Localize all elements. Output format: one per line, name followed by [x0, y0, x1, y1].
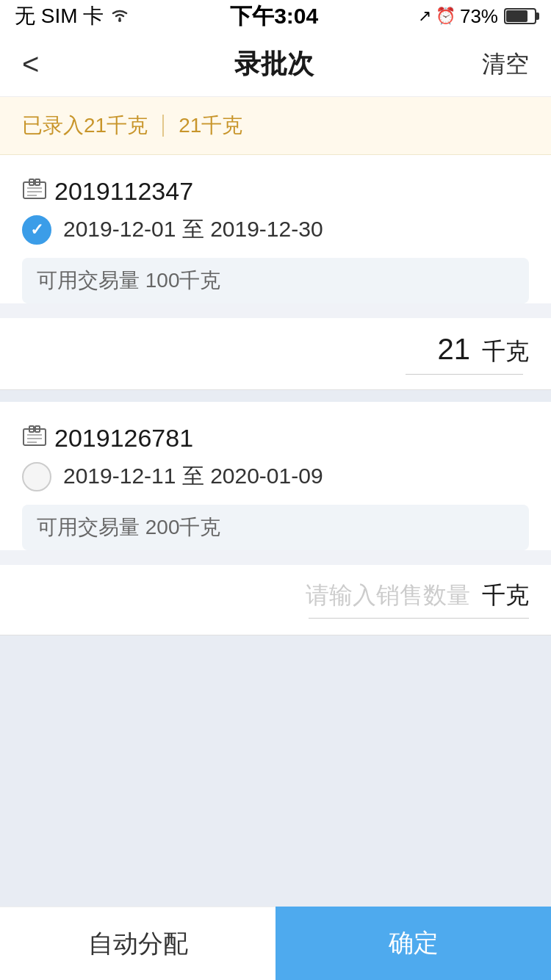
batch1-available: 可用交易量 100千克	[22, 258, 529, 303]
status-time: 下午3:04	[230, 1, 318, 32]
wifi-icon	[109, 4, 130, 28]
page-title: 录批次	[234, 46, 314, 82]
alarm-icon: ⏰	[436, 7, 455, 26]
batch1-radio[interactable]	[22, 215, 51, 245]
batch2-input-row[interactable]: 请输入销售数量 千克	[0, 565, 551, 635]
clear-button[interactable]: 清空	[482, 48, 529, 81]
status-bar: 无 SIM 卡 下午3:04 ↗ ⏰ 73%	[0, 0, 551, 32]
summary-divider	[162, 115, 164, 137]
batch2-underline	[309, 618, 529, 619]
batch1-underline	[406, 374, 523, 375]
batch2-input-placeholder: 请输入销售数量	[306, 580, 470, 612]
batch-card-1: 2019112347 2019-12-01 至 2019-12-30 可用交易量…	[0, 155, 551, 303]
batch1-amount-row: 21 千克	[0, 318, 551, 390]
battery-percent: 73%	[460, 5, 498, 28]
status-right: ↗ ⏰ 73%	[418, 5, 536, 28]
status-left: 无 SIM 卡	[15, 2, 130, 30]
confirm-button[interactable]: 确定	[276, 907, 551, 980]
batch1-header: 2019112347	[22, 177, 529, 206]
batch2-icon	[22, 425, 47, 453]
back-button[interactable]: <	[22, 48, 66, 81]
batch1-amount-unit: 千克	[482, 336, 529, 368]
batch2-id: 2019126781	[54, 424, 193, 453]
auto-distribute-button[interactable]: 自动分配	[0, 907, 276, 980]
batch1-icon	[22, 178, 47, 206]
gray-area	[0, 635, 551, 929]
batch2-radio[interactable]	[22, 462, 51, 491]
batch2-input-unit: 千克	[482, 580, 529, 612]
summary-bar: 已录入21千克 21千克	[0, 97, 551, 155]
bottom-bar: 自动分配 确定	[0, 907, 551, 980]
batch1-amount-value: 21	[438, 333, 471, 366]
batch1-date-row[interactable]: 2019-12-01 至 2019-12-30	[22, 215, 529, 245]
batch2-header: 2019126781	[22, 424, 529, 453]
nav-bar: < 录批次 清空	[0, 32, 551, 97]
batch2-date: 2019-12-11 至 2020-01-09	[63, 461, 323, 491]
batch2-available: 可用交易量 200千克	[22, 505, 529, 550]
svg-point-0	[118, 19, 121, 22]
recorded-amount: 已录入21千克	[22, 112, 148, 140]
batch2-date-row[interactable]: 2019-12-11 至 2020-01-09	[22, 461, 529, 491]
battery-icon	[504, 8, 536, 24]
total-amount: 21千克	[179, 112, 242, 140]
section-divider-1	[0, 390, 551, 402]
location-icon: ↗	[418, 7, 431, 26]
batch-card-2: 2019126781 2019-12-11 至 2020-01-09 可用交易量…	[0, 402, 551, 550]
batch1-id: 2019112347	[54, 177, 193, 206]
sim-text: 无 SIM 卡	[15, 2, 104, 30]
batch1-date: 2019-12-01 至 2019-12-30	[63, 215, 323, 245]
